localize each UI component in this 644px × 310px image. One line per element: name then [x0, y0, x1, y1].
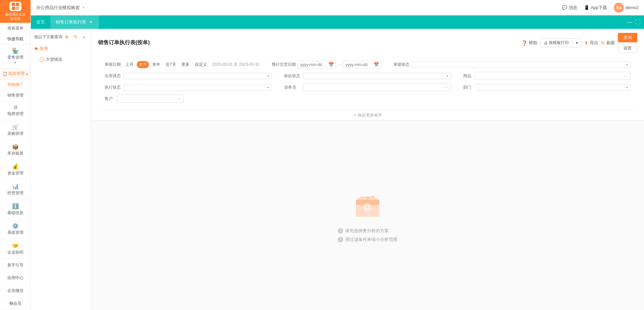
sidebar-sub-marketing[interactable]: 营销推广 [0, 80, 31, 90]
corp-icon: 🤝 [12, 243, 19, 249]
delivery-date-to[interactable]: 📅 [343, 61, 381, 68]
filter-salesperson: 业务员 ··· [284, 83, 451, 91]
svg-text:✦: ✦ [371, 194, 375, 199]
delivery-status-caret: ▾ [267, 74, 269, 78]
salesperson-more-icon[interactable]: ··· [444, 85, 448, 90]
date-tab-thismonth[interactable]: 本月 [137, 61, 149, 68]
finance-label: 资金管理 [7, 170, 23, 176]
tab-sales-order-label: 销售订单执行表 [56, 19, 86, 25]
filter-area: 单据日期 上月 本月 本年 近7天 更多 自定义 2023-03-01 至 20… [98, 57, 637, 110]
exec-status-label: 执行状态 [105, 85, 121, 90]
quick-nav[interactable]: 快捷导航 [0, 34, 31, 44]
status-select[interactable]: ▾ [412, 61, 631, 68]
tab-close-icon[interactable]: ✕ [88, 19, 94, 25]
delivery-status-select[interactable]: ▾ [123, 73, 272, 79]
print-expand-button[interactable]: ▾ [573, 39, 581, 47]
hint1-text: 请先选择要分析的方案 [345, 226, 389, 235]
sidebar-item-system[interactable]: ⚙️ 系统管理 [0, 219, 31, 239]
receipt-status-select[interactable]: ▾ [303, 73, 451, 79]
marketing-label: 营销推广 [7, 82, 23, 87]
salesperson-select[interactable]: ··· [303, 83, 451, 91]
avatar: Ea [614, 3, 624, 13]
content-area: 按以下方案查询 + ✎ « 按单 ○ 欠货情况 销售订单执行表(按 [31, 29, 644, 310]
print-button[interactable]: 🖨 按模板打印 [540, 39, 572, 47]
sidebar-item-corpwx[interactable]: 企业微信 [0, 285, 31, 297]
left-panel-header: 按以下方案查询 + ✎ « [31, 32, 91, 43]
username: demo2 [625, 5, 639, 10]
app-icon: 📱 [584, 5, 589, 10]
export-label: 导出 [590, 40, 598, 46]
sidebar-item-vip[interactable]: 畅会员 [0, 297, 31, 310]
date-tab-7days[interactable]: 近7天 [164, 61, 178, 68]
tab-home[interactable]: 首页 [31, 15, 50, 29]
delivery-date-to-input[interactable] [345, 62, 372, 67]
sidebar-item-basic[interactable]: ℹ️ 基础信息 [0, 200, 31, 219]
delivery-date-from[interactable]: 📅 [298, 61, 336, 68]
svg-text:^_^: ^_^ [366, 205, 372, 210]
export-button[interactable]: ⬇ 导出 [584, 40, 598, 46]
date-tab-lastmonth[interactable]: 上月 [123, 61, 136, 68]
sidebar-logo: 畅捷通好生意 标准版 [0, 0, 31, 23]
print-icon: 🖨 [544, 41, 548, 45]
help-button[interactable]: ❓ 帮助 [522, 40, 537, 46]
refresh-button[interactable]: ↻ 刷新 [601, 40, 615, 46]
sidebar-sub-sales[interactable]: 销售管理 [0, 90, 31, 101]
date-tab-thisyear[interactable]: 本年 [150, 61, 162, 68]
tab-home-label: 首页 [36, 19, 45, 25]
customer-select[interactable]: ··· [117, 95, 184, 103]
message-button[interactable]: 💬 消息 [562, 5, 577, 11]
delivery-date-from-input[interactable] [300, 62, 327, 67]
delivery-date-label: 预计交货日期 [272, 62, 296, 67]
date-tab-custom[interactable]: 自定义 [193, 61, 209, 68]
dept-select[interactable]: ▾ [475, 84, 631, 91]
tab-expand-icon[interactable]: ⛶ [635, 19, 641, 25]
ecom-label: 电商管理 [7, 111, 23, 117]
hint1-num: 1 [338, 228, 343, 234]
exec-status-select[interactable]: ▾ [123, 84, 272, 91]
filter-customer: 客户 ··· [105, 95, 278, 103]
logo-icon [9, 2, 21, 11]
sales-label: 销售管理 [7, 93, 23, 98]
filter-delivery-status: 出库状态 ▾ [105, 73, 272, 79]
sidebar-item-corp[interactable]: 🤝 企业协同 [0, 239, 31, 259]
ops-icon: 📊 [12, 183, 19, 190]
product-more-icon[interactable]: ··· [624, 73, 628, 79]
sidebar-item-stock[interactable]: 📦 库存核算 [0, 140, 31, 160]
add-scheme-button[interactable]: + [63, 34, 70, 40]
page-title: 销售订单执行表(按单) [98, 39, 150, 46]
tab-sales-order[interactable]: 销售订单执行表 ✕ [50, 15, 99, 29]
set-button[interactable]: 设置 [618, 44, 637, 53]
sidebar-item-appcenter[interactable]: 应用中心 [0, 272, 31, 285]
customer-more-icon[interactable]: ··· [177, 96, 181, 101]
tab-minimize-icon[interactable]: — [627, 19, 633, 25]
product-select[interactable]: ··· [475, 72, 631, 80]
hint2-num: 2 [338, 237, 343, 242]
sidebar-item-finance[interactable]: 💰 资金管理 [0, 160, 31, 180]
search-menu[interactable]: 搜索菜单 [0, 23, 31, 34]
sidebar-item-retail[interactable]: 🏪 零售管理 ▼ [0, 44, 31, 68]
date-tab-more[interactable]: 更多 [179, 61, 192, 68]
scheme-sub-debt[interactable]: ○ 欠货情况 [31, 54, 91, 65]
tab-bar-actions: — ⛶ [627, 19, 644, 25]
scheme-item-order[interactable]: 按单 [31, 43, 91, 54]
logo-sub: 标准版 [10, 16, 20, 21]
edit-scheme-button[interactable]: ✎ [72, 34, 79, 40]
sidebar-item-purchase[interactable]: 🛒 采购管理 [0, 120, 31, 140]
debt-label: 欠货情况 [46, 57, 62, 62]
sidebar-item-ecom[interactable]: 🖥 电商管理 [0, 101, 31, 120]
collapse-scheme-button[interactable]: « [81, 34, 88, 40]
sidebar-item-wholesale[interactable]: 📋 批发管理 ▲ [0, 68, 31, 80]
app-download-button[interactable]: 📱 App下载 [584, 5, 607, 11]
ops-label: 经营管理 [7, 190, 23, 196]
scheme-dot [35, 47, 38, 50]
wholesale-icon: 📋 [2, 71, 7, 76]
query-button[interactable]: 查询 [618, 33, 637, 42]
collapse-bar[interactable]: ∧ 收起更多条件 [98, 110, 637, 120]
sidebar-item-newuser[interactable]: 新手引导 [0, 259, 31, 272]
filter-exec-status: 执行状态 ▾ [105, 84, 272, 91]
user-profile[interactable]: Ea demo2 [614, 3, 639, 13]
dept-label: 部门 [463, 85, 473, 90]
receipt-status-label: 收款状态 [284, 73, 301, 79]
sidebar-item-ops[interactable]: 📊 经营管理 [0, 180, 31, 200]
filter-date: 单据日期 上月 本月 本年 近7天 更多 自定义 2023-03-01 至 20… [105, 61, 260, 68]
